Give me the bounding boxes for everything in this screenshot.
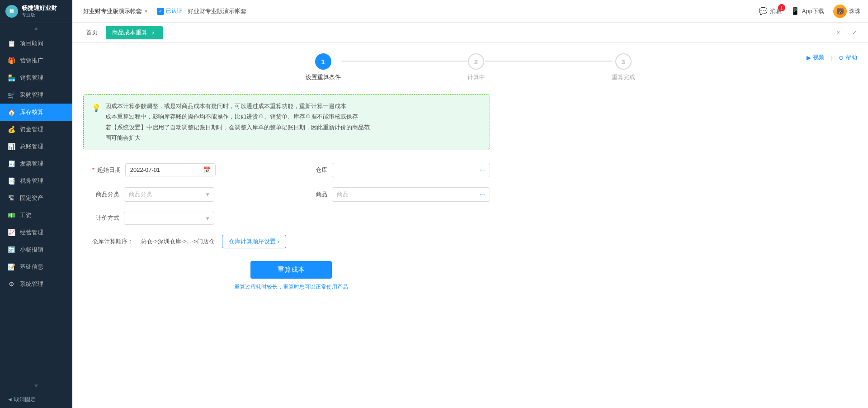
form-section: * 起始日期 2022-07-01 📅 仓库 ··· <box>83 163 490 291</box>
product-input[interactable]: 商品 ··· <box>332 187 490 202</box>
shield-icon: ✓ <box>157 8 164 15</box>
pricing-field: 计价方式 ▾ <box>92 212 282 225</box>
info-line-3: 若【系统设置】中启用了自动调整记账日期时，会调整入库单的整单记账日期，因此重新计… <box>105 122 370 133</box>
sidebar-item-label: 税务管理 <box>20 177 43 185</box>
sidebar-item-label: 基础信息 <box>20 263 43 271</box>
step-1-circle: 1 <box>315 53 331 70</box>
topbar: 好业财专业版演示帐套 ▾ ✓ 已认证 好业财专业版演示帐套 💬 消息 1 📱 A… <box>72 0 868 23</box>
message-button[interactable]: 💬 消息 1 <box>759 7 782 15</box>
step-2: 2 计算中 <box>467 53 485 81</box>
sidebar-item-label: 采购管理 <box>20 91 43 99</box>
info-box: 💡 因成本计算参数调整，或是对商品成本有疑问时，可以通过成本重算功能，重新计算一… <box>83 94 490 150</box>
product-label: 商品 <box>300 190 327 199</box>
tab-cost-recalc[interactable]: 商品成本重算 × <box>106 26 163 39</box>
sidebar-item-system[interactable]: ⚙ 系统管理 <box>0 275 72 293</box>
tax-icon: 📑 <box>7 177 15 185</box>
sidebar-item-capital[interactable]: 💰 资金管理 <box>0 121 72 138</box>
sidebar-item-basic[interactable]: 📝 基础信息 <box>0 258 72 275</box>
sidebar-item-inventory[interactable]: 🏠 库存核算 <box>0 104 72 121</box>
video-help-button[interactable]: ▶ 视频 <box>807 53 825 62</box>
product-placeholder: 商品 <box>337 190 476 199</box>
stepper-help: ▶ 视频 | ⊙ 帮助 <box>807 53 857 62</box>
category-select[interactable]: 商品分类 ▾ <box>124 187 214 202</box>
account-display-name: 好业财专业版演示帐套 <box>188 7 246 15</box>
info-line-4: 围可能会扩大 <box>105 133 370 143</box>
start-date-label: * 起始日期 <box>92 166 121 174</box>
form-row-3: 计价方式 ▾ <box>92 212 490 225</box>
operation-icon: 📈 <box>7 228 15 237</box>
tab-home[interactable]: 首页 <box>80 26 104 39</box>
warehouse-order-arrow-icon: › <box>278 238 279 245</box>
sidebar-item-tax[interactable]: 📑 税务管理 <box>0 172 72 190</box>
marketing-icon: 🎁 <box>7 57 15 65</box>
avatar-image: 🐻 <box>833 5 847 18</box>
account-chevron-icon: ▾ <box>145 8 148 14</box>
sidebar-item-label: 小畅报销 <box>20 246 43 254</box>
main-content: 1 设置重算条件 2 计算中 3 重算完成 ▶ 视 <box>72 43 868 408</box>
sidebar-item-label: 总账管理 <box>20 142 43 151</box>
sidebar-item-expense[interactable]: 🔄 小畅报销 <box>0 241 72 258</box>
pricing-select[interactable]: ▾ <box>124 212 214 225</box>
capital-icon: 💰 <box>7 125 15 133</box>
user-avatar[interactable]: 🐻 珠珠 <box>833 5 861 18</box>
category-field: 商品分类 商品分类 ▾ <box>92 187 282 202</box>
invoice-icon: 🧾 <box>7 160 15 168</box>
verified-badge: ✓ 已认证 <box>157 7 182 15</box>
expand-panel-button[interactable]: ⤢ <box>848 26 861 39</box>
sidebar-item-asset[interactable]: 🏗 固定资产 <box>0 190 72 207</box>
product-dots-icon[interactable]: ··· <box>479 190 485 199</box>
close-panel-button[interactable]: × <box>832 26 844 39</box>
info-icon: 💡 <box>92 102 101 143</box>
sidebar-item-operation[interactable]: 📈 经营管理 <box>0 224 72 241</box>
calendar-icon[interactable]: 📅 <box>203 166 211 173</box>
sidebar: 畅 畅捷通好业财 专业版 ▲ 📋 项目顾问 🎁 营销推广 🏪 销售管理 🛒 采购… <box>0 0 72 408</box>
sidebar-item-salary[interactable]: 💵 工资 <box>0 207 72 224</box>
sidebar-item-label: 固定资产 <box>20 194 43 202</box>
play-icon: ▶ <box>807 54 811 61</box>
step-1-label: 设置重算条件 <box>306 73 341 81</box>
sidebar-item-purchase[interactable]: 🛒 采购管理 <box>0 86 72 104</box>
warehouse-order-settings-button[interactable]: 仓库计算顺序设置 › <box>222 235 286 248</box>
sidebar-subtitle: 专业版 <box>22 12 57 18</box>
basic-icon: 📝 <box>7 263 15 271</box>
info-line-2: 成本重算过程中，影响库存账的操作均不能操作，比如进货单、销货单、库存单据不能审核… <box>105 111 370 122</box>
project-icon: 📋 <box>7 39 15 47</box>
help-button[interactable]: ⊙ 帮助 <box>839 53 857 62</box>
sidebar-item-sales[interactable]: 🏪 销售管理 <box>0 69 72 86</box>
sidebar-item-accounting[interactable]: 📊 总账管理 <box>0 138 72 155</box>
sidebar-item-marketing[interactable]: 🎁 营销推广 <box>0 52 72 69</box>
step-3-label: 重算完成 <box>612 73 635 81</box>
topbar-right: 💬 消息 1 📱 App下载 🐻 珠珠 <box>759 5 861 18</box>
form-row-1: * 起始日期 2022-07-01 📅 仓库 ··· <box>92 163 490 177</box>
sidebar-item-label: 工资 <box>20 211 32 219</box>
step-line-1-2 <box>341 61 467 62</box>
sidebar-scroll-up[interactable]: ▲ <box>0 23 72 33</box>
tab-close-icon[interactable]: × <box>150 29 156 36</box>
start-date-field: * 起始日期 2022-07-01 📅 <box>92 163 282 176</box>
warehouse-input[interactable]: ··· <box>332 163 490 177</box>
sidebar-item-label: 营销推广 <box>20 57 43 65</box>
message-icon: 💬 <box>759 7 768 15</box>
recalc-hint: 重算过程耗时较长，重算时您可以正常使用产品 <box>92 283 490 291</box>
accounting-icon: 📊 <box>7 142 15 151</box>
recalc-button[interactable]: 重算成本 <box>250 261 332 279</box>
warehouse-dots-icon[interactable]: ··· <box>479 166 485 174</box>
step-1: 1 设置重算条件 <box>306 53 341 81</box>
required-star: * <box>92 166 94 173</box>
message-badge: 1 <box>778 4 785 11</box>
system-icon: ⚙ <box>7 280 15 288</box>
sidebar-scroll-down[interactable]: ▼ <box>0 381 72 391</box>
purchase-icon: 🛒 <box>7 91 15 99</box>
sidebar-item-project[interactable]: 📋 项目顾问 <box>0 35 72 52</box>
expand-icon: ⤢ <box>852 29 857 36</box>
account-selector[interactable]: 好业财专业版演示帐套 ▾ <box>80 5 151 17</box>
sidebar-item-invoice[interactable]: 🧾 发票管理 <box>0 155 72 172</box>
app-download-button[interactable]: 📱 App下载 <box>791 7 824 15</box>
sidebar-nav: 📋 项目顾问 🎁 营销推广 🏪 销售管理 🛒 采购管理 🏠 库存核算 💰 资金管… <box>0 33 72 381</box>
sidebar-unpin-button[interactable]: ◄ 取消固定 <box>0 391 72 408</box>
pricing-chevron-icon: ▾ <box>206 215 209 222</box>
step-3-circle: 3 <box>615 53 632 70</box>
warehouse-field: 仓库 ··· <box>300 163 490 177</box>
start-date-input[interactable]: 2022-07-01 📅 <box>125 163 216 176</box>
sidebar-header: 畅 畅捷通好业财 专业版 <box>0 0 72 23</box>
